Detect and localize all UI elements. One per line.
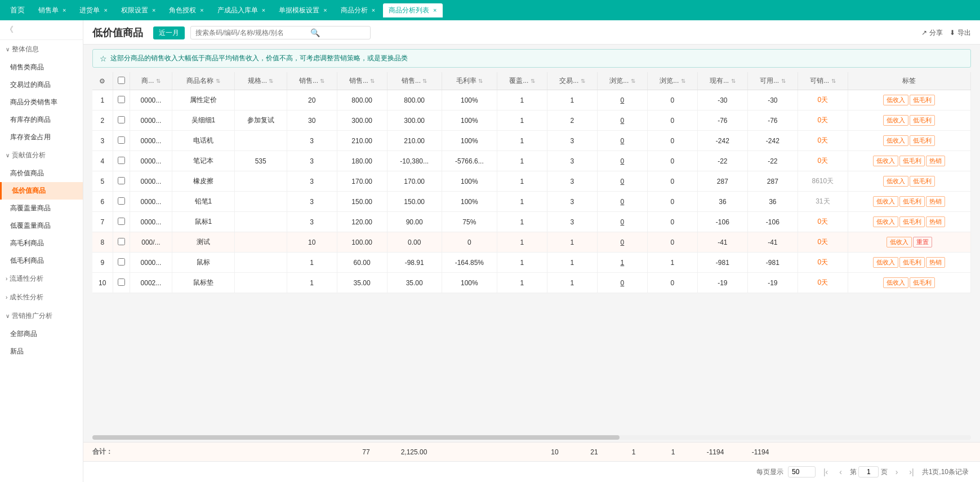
col-views2[interactable]: 浏览... ⇅ — [647, 72, 697, 90]
cell-transactions: 2 — [547, 110, 597, 131]
row-checkbox[interactable] — [118, 218, 125, 225]
sidebar-item-high-margin[interactable]: 高毛利商品 — [0, 235, 83, 252]
horizontal-scrollbar[interactable] — [92, 435, 971, 440]
sidebar-item-high-value[interactable]: 高价值商品 — [0, 165, 83, 182]
sidebar-collapse-btn[interactable]: 《 — [6, 25, 14, 35]
page-input[interactable] — [858, 466, 879, 477]
cell-views1[interactable]: 0 — [597, 151, 647, 171]
cell-views1[interactable]: 0 — [597, 232, 647, 253]
col-code[interactable]: 商... ⇅ — [130, 72, 172, 90]
sidebar-item-stock-capital[interactable]: 库存资金占用 — [0, 129, 83, 146]
cell-sales_profit: 300.00 — [387, 110, 442, 131]
sidebar-item-sales-goods[interactable]: 销售类商品 — [0, 59, 83, 76]
next-page-btn[interactable]: › — [892, 466, 902, 477]
sidebar-group-overview[interactable]: ∨ 整体信息 — [0, 40, 83, 59]
sidebar-item-low-value[interactable]: 低价值商品 — [0, 182, 83, 200]
row-checkbox[interactable] — [118, 278, 125, 286]
sidebar-item-all-goods[interactable]: 全部商品 — [0, 325, 83, 343]
nav-item-3[interactable]: 角色授权 × — [163, 3, 209, 17]
col-available[interactable]: 可用... ⇅ — [747, 72, 798, 90]
close-icon[interactable]: × — [262, 7, 265, 14]
close-icon[interactable]: × — [104, 7, 107, 14]
nav-item-0[interactable]: 销售单 × — [33, 3, 72, 17]
cell-views1[interactable]: 0 — [597, 90, 647, 110]
col-sellable[interactable]: 可销... ⇅ — [798, 72, 848, 90]
cell-views2: 0 — [647, 131, 697, 151]
last-page-btn[interactable]: ›| — [906, 466, 917, 477]
share-button[interactable]: ↗ 分享 — [921, 28, 943, 38]
table-row: 8000/...测试10100.000.0001100-41-410天低收入重置 — [92, 232, 971, 253]
cell-views1[interactable]: 0 — [597, 110, 647, 131]
row-checkbox[interactable] — [118, 136, 125, 144]
select-all-checkbox[interactable] — [118, 77, 125, 84]
sidebar-group-marketing[interactable]: ∨ 营销推广分析 — [0, 307, 83, 325]
nav-item-4[interactable]: 产成品入库单 × — [212, 3, 271, 17]
row-checkbox[interactable] — [118, 197, 125, 205]
sidebar-item-category-sales-rate[interactable]: 商品分类销售率 — [0, 94, 83, 111]
col-transactions[interactable]: 交易... ⇅ — [547, 72, 597, 90]
sidebar-item-stocked-goods[interactable]: 有库存的商品 — [0, 111, 83, 129]
export-button[interactable]: ⬇ 导出 — [950, 28, 971, 38]
cell-code: 0000... — [130, 253, 172, 273]
search-icon[interactable]: 🔍 — [310, 28, 320, 37]
cell-gross_margin: -5766.6... — [442, 151, 497, 171]
sidebar-group-growth[interactable]: › 成长性分析 — [0, 288, 83, 307]
scrollbar-thumb[interactable] — [92, 435, 620, 440]
col-settings[interactable]: ⚙ — [92, 72, 113, 90]
row-checkbox[interactable] — [118, 238, 125, 245]
cell-coverage: 1 — [497, 273, 547, 293]
search-input[interactable] — [195, 29, 308, 37]
cell-views1[interactable]: 0 — [597, 192, 647, 212]
row-checkbox[interactable] — [118, 157, 125, 164]
cell-name: 鼠标1 — [172, 212, 234, 232]
cell-views1[interactable]: 0 — [597, 171, 647, 192]
col-current-stock[interactable]: 现有... ⇅ — [697, 72, 747, 90]
sidebar-item-new-goods[interactable]: 新品 — [0, 343, 83, 360]
first-page-btn[interactable]: |‹ — [820, 466, 831, 477]
row-checkbox[interactable] — [118, 116, 125, 123]
close-icon[interactable]: × — [63, 7, 66, 14]
prev-page-btn[interactable]: ‹ — [836, 466, 845, 477]
footer-values: 77 2,125.00 10 21 1 1 -1194 -1194 — [124, 448, 971, 456]
col-spec[interactable]: 规格... ⇅ — [234, 72, 287, 90]
col-sales-qty[interactable]: 销售... ⇅ — [287, 72, 337, 90]
row-num: 9 — [92, 253, 113, 273]
cell-views1[interactable]: 0 — [597, 212, 647, 232]
nav-item-2[interactable]: 权限设置 × — [115, 3, 161, 17]
sidebar-item-traded-goods[interactable]: 交易过的商品 — [0, 76, 83, 94]
page-label-after: 页 — [881, 468, 888, 476]
row-checkbox[interactable] — [118, 177, 125, 184]
close-icon[interactable]: × — [323, 7, 327, 14]
cell-views1[interactable]: 1 — [597, 253, 647, 273]
nav-item-7[interactable]: 商品分析列表 × — [383, 3, 442, 17]
nav-item-6[interactable]: 商品分析 × — [335, 3, 381, 17]
sidebar-group-contribution[interactable]: ∨ 贡献值分析 — [0, 146, 83, 165]
sidebar-group-circulation[interactable]: › 流通性分析 — [0, 269, 83, 288]
row-checkbox[interactable] — [118, 96, 125, 103]
close-icon[interactable]: × — [433, 7, 436, 14]
row-checkbox[interactable] — [118, 258, 125, 266]
page-size-select[interactable]: 50 100 — [788, 466, 816, 477]
col-name[interactable]: 商品名称 ⇅ — [172, 72, 234, 90]
close-icon[interactable]: × — [152, 7, 155, 14]
nav-item-1[interactable]: 进货单 × — [74, 3, 113, 17]
col-gross-margin[interactable]: 毛利率 ⇅ — [442, 72, 497, 90]
col-coverage[interactable]: 覆盖... ⇅ — [497, 72, 547, 90]
cell-current-stock: -981 — [697, 253, 747, 273]
col-views1[interactable]: 浏览... ⇅ — [597, 72, 647, 90]
cell-views1[interactable]: 0 — [597, 131, 647, 151]
col-sales-amount[interactable]: 销售... ⇅ — [337, 72, 387, 90]
col-sales-profit[interactable]: 销售... ⇅ — [387, 72, 442, 90]
cell-coverage: 1 — [497, 171, 547, 192]
cell-sales_profit: 90.00 — [387, 212, 442, 232]
sidebar-item-high-coverage[interactable]: 高覆盖量商品 — [0, 200, 83, 217]
nav-item-5[interactable]: 单据模板设置 × — [273, 3, 332, 17]
cell-views1[interactable]: 0 — [597, 273, 647, 293]
cell-gross_margin: 100% — [442, 110, 497, 131]
period-button[interactable]: 近一月 — [153, 26, 185, 39]
nav-home[interactable]: 首页 — [5, 3, 30, 17]
close-icon[interactable]: × — [372, 7, 375, 14]
sidebar-item-low-margin[interactable]: 低毛利商品 — [0, 252, 83, 269]
close-icon[interactable]: × — [200, 7, 203, 14]
sidebar-item-low-coverage[interactable]: 低覆盖量商品 — [0, 217, 83, 235]
